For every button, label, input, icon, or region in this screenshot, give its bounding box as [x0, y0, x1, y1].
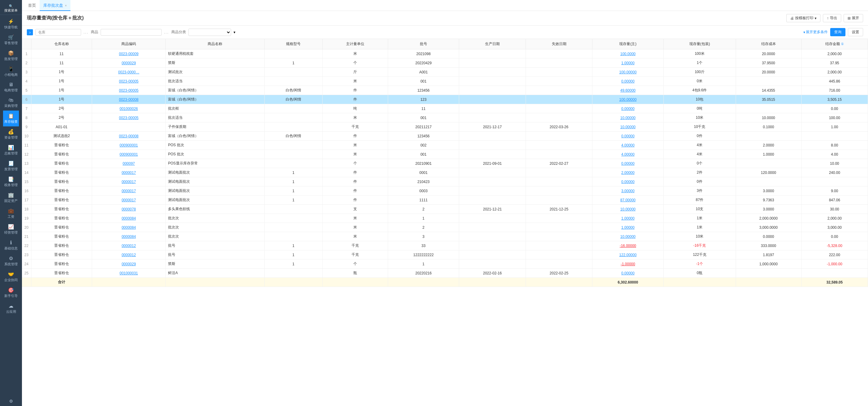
page-header: 现存量查询(按仓库＋批次) 🖨 按模板打印 ▾ ↑ 导出 ⊞ 展开 [22, 11, 868, 26]
tab-batch-inventory[interactable]: 库存批次盘× [40, 0, 70, 11]
cell-2[interactable]: 0000017 [92, 177, 165, 187]
sidebar-item-ecom[interactable]: 🖥电商管理 [3, 79, 19, 95]
sidebar-item-general[interactable]: 📊总账管理 [3, 142, 19, 158]
cell-9[interactable]: 0.00000 [592, 77, 663, 86]
cell-9[interactable]: 1.00000 [592, 214, 663, 223]
cell-9[interactable]: 0.00000 [592, 177, 663, 187]
cell-2[interactable]: 0023-0000… [92, 68, 165, 77]
cell-2[interactable]: 0023-00009 [92, 49, 165, 59]
cell-3: 批次适当 [165, 77, 264, 86]
row-number: 22 [22, 241, 31, 250]
cell-9[interactable]: 87.00000 [592, 196, 663, 205]
sidebar-item-basic-info[interactable]: ℹ基础信息 [3, 237, 19, 253]
cell-2[interactable]: 0000029 [92, 260, 165, 269]
cell-2[interactable]: 000097 [92, 159, 165, 168]
export-btn[interactable]: ↑ 导出 [823, 14, 841, 22]
col-header-2: 商品编码 [92, 39, 165, 49]
cell-3: 禁斯 [165, 59, 264, 68]
cell-2[interactable]: 0000012 [92, 250, 165, 260]
cell-9[interactable]: -16.00000 [592, 241, 663, 250]
cell-9[interactable]: -1.00000 [592, 260, 663, 269]
cell-7 [459, 214, 526, 223]
goods-input[interactable] [101, 29, 162, 36]
sidebar-label-purchase: 采购管理 [4, 104, 18, 108]
sidebar-item-mgmt[interactable]: 📈经营管理 [3, 222, 19, 237]
cell-2[interactable]: 001000026 [92, 104, 165, 113]
sidebar-item-cloud[interactable]: ☁云应用 [3, 301, 19, 316]
cell-9[interactable]: 0.00000 [592, 159, 663, 168]
cell-9[interactable]: 10.00000 [592, 205, 663, 214]
info-icon[interactable]: ① [841, 42, 844, 46]
cell-9[interactable]: 2.00000 [592, 168, 663, 177]
sidebar-item-sys-mgmt[interactable]: ⚙系统管理 [3, 253, 19, 269]
cell-1: 晋省粉仓 [31, 214, 92, 223]
cell-10: 1个 [663, 59, 736, 68]
cell-9[interactable]: 49.60000 [592, 86, 663, 95]
cell-2[interactable]: 0023-00005 [92, 86, 165, 95]
print-btn[interactable]: 🖨 按模板打印 ▾ [786, 14, 820, 22]
cell-2[interactable]: 0000084 [92, 223, 165, 232]
sidebar-item-fixed-assets[interactable]: 🏢固定资产 [3, 190, 19, 206]
cell-2[interactable]: 0023-00005 [92, 77, 165, 86]
warehouse-input[interactable] [35, 29, 81, 36]
sidebar-item-quick-nav[interactable]: ⚡快捷导航 [3, 16, 19, 32]
sidebar-search[interactable]: 🔍 搜索菜单 [0, 2, 22, 15]
search-btn[interactable]: 查询 [830, 28, 845, 36]
cell-9[interactable]: 100.00000 [592, 95, 663, 104]
cell-9[interactable]: 1.00000 [592, 223, 663, 232]
cell-9[interactable]: 4.00000 [592, 150, 663, 159]
sidebar-item-retail[interactable]: 🛒零售管理 [3, 32, 19, 48]
cell-2[interactable] [92, 123, 165, 132]
cell-2[interactable]: 0000084 [92, 214, 165, 223]
cell-2[interactable]: 0000017 [92, 168, 165, 177]
expand-btn[interactable]: ⊞ 展开 [844, 14, 863, 22]
cell-2[interactable]: 0000084 [92, 232, 165, 241]
cell-2[interactable]: 0000012 [92, 241, 165, 250]
sidebar-item-wholesale[interactable]: 📦批发管理 [3, 48, 19, 64]
cell-9[interactable]: 0.00000 [592, 104, 663, 113]
settings-btn[interactable]: 设置 [848, 28, 863, 36]
tab-home[interactable]: 首页 [24, 0, 40, 11]
cell-2[interactable]: 0023-00008 [92, 95, 165, 104]
cell-2[interactable]: 0000017 [92, 187, 165, 196]
cell-2[interactable]: 0023-00008 [92, 132, 165, 141]
cell-9[interactable]: 0.00000 [592, 269, 663, 278]
cell-5: 件 [322, 177, 388, 187]
cell-9[interactable]: 100.0000 [592, 49, 663, 59]
sidebar-item-capital[interactable]: 💰资金管理 [3, 126, 19, 142]
cell-9[interactable]: 1.00000 [592, 59, 663, 68]
cell-2[interactable]: 001000031 [92, 269, 165, 278]
cell-2[interactable]: 0000017 [92, 196, 165, 205]
category-select[interactable] [188, 29, 231, 36]
sidebar-settings-btn[interactable]: ⚙ [0, 396, 22, 406]
cell-2[interactable]: 000900001 [92, 141, 165, 150]
sidebar-item-tax[interactable]: 📑税务管理 [3, 174, 19, 190]
cell-10: 122千克 [663, 250, 736, 260]
cell-9[interactable]: 10.00000 [592, 113, 663, 123]
cell-9[interactable]: 0.00000 [592, 132, 663, 141]
tab-close-batch-inventory[interactable]: × [65, 4, 67, 7]
cell-3: 批次次 [165, 232, 264, 241]
filter-nav-btn[interactable]: › [27, 29, 33, 35]
sidebar-item-hr[interactable]: 💼工资 [3, 206, 19, 222]
cell-9[interactable]: 100.00000 [592, 68, 663, 77]
sidebar-item-guide[interactable]: 🎯新手引导 [3, 285, 19, 301]
cell-2[interactable]: 0023-00005 [92, 113, 165, 123]
cell-9[interactable]: 10.00000 [592, 232, 663, 241]
sidebar-item-collab[interactable]: 🤝企业协同 [3, 269, 19, 285]
cell-9[interactable]: 4.00000 [592, 141, 663, 150]
expand-conditions-btn[interactable]: ▾ 展开更多条件 [803, 30, 828, 35]
cell-2[interactable]: 0000078 [92, 205, 165, 214]
cell-9[interactable]: 10.00000 [592, 123, 663, 132]
cell-2[interactable]: 0000029 [92, 59, 165, 68]
sidebar-item-inventory[interactable]: 📋库存核查 [3, 110, 19, 126]
cell-10: 10支 [663, 205, 736, 214]
cell-2[interactable]: 000900001 [92, 150, 165, 159]
row-number: 25 [22, 269, 31, 278]
sidebar-item-purchase[interactable]: 🛍采购管理 [3, 95, 19, 110]
sidebar-item-mini-ecom[interactable]: 📱小程电商 [3, 64, 19, 79]
cell-9[interactable]: 3.00000 [592, 187, 663, 196]
cell-9[interactable]: 122.00000 [592, 250, 663, 260]
sidebar-item-invoice[interactable]: 🧾发票管理 [3, 158, 19, 174]
cell-7 [459, 104, 526, 113]
